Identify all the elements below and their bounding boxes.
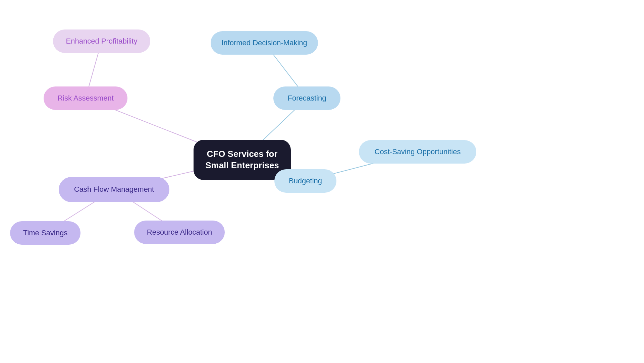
- node-time-savings: Time Savings: [10, 221, 80, 245]
- enhanced-profitability-label: Enhanced Profitability: [66, 37, 138, 46]
- cash-flow-label: Cash Flow Management: [74, 185, 154, 194]
- budgeting-label: Budgeting: [289, 176, 322, 186]
- node-cost-saving-opportunities: Cost-Saving Opportunities: [359, 140, 476, 164]
- node-forecasting: Forecasting: [273, 86, 340, 110]
- node-informed-decision-making: Informed Decision-Making: [211, 31, 318, 55]
- informed-decision-label: Informed Decision-Making: [221, 38, 307, 48]
- cost-saving-label: Cost-Saving Opportunities: [375, 147, 461, 157]
- forecasting-label: Forecasting: [288, 94, 326, 103]
- node-resource-allocation: Resource Allocation: [134, 221, 225, 244]
- resource-allocation-label: Resource Allocation: [147, 228, 212, 237]
- center-node-label: CFO Services for Small Enterprises: [203, 148, 281, 171]
- node-risk-assessment: Risk Assessment: [44, 86, 127, 110]
- node-enhanced-profitability: Enhanced Profitability: [53, 29, 150, 53]
- node-cash-flow-management: Cash Flow Management: [59, 177, 169, 202]
- node-budgeting: Budgeting: [274, 169, 336, 193]
- time-savings-label: Time Savings: [23, 228, 67, 238]
- risk-assessment-label: Risk Assessment: [57, 94, 114, 103]
